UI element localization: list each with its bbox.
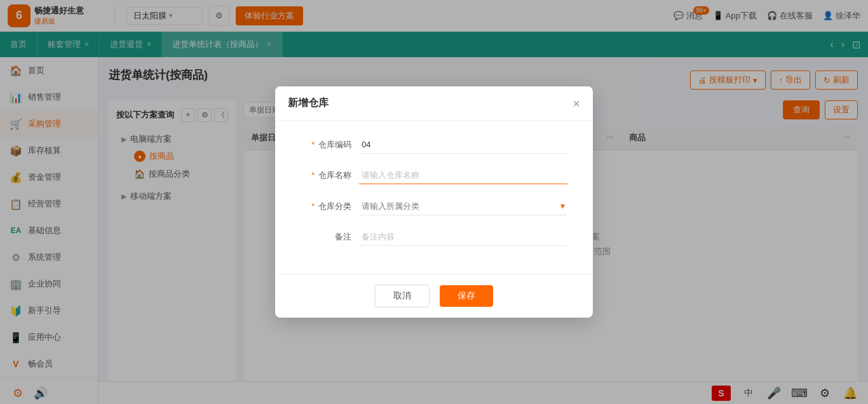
form-row-note: 备注 (301, 228, 567, 246)
form-row-name: * 仓库名称 (301, 166, 567, 184)
modal-header: 新增仓库 × (275, 86, 593, 121)
note-input[interactable] (359, 228, 567, 246)
modal-close-button[interactable]: × (573, 97, 580, 110)
note-label: 备注 (301, 231, 351, 243)
form-row-code: * 仓库编码 (301, 136, 567, 154)
modal-title: 新增仓库 (288, 97, 329, 110)
code-input[interactable] (359, 136, 567, 154)
cancel-button[interactable]: 取消 (375, 285, 430, 307)
name-label: * 仓库名称 (301, 170, 351, 181)
category-select[interactable]: ▾ (359, 197, 567, 215)
modal-overlay[interactable]: 新增仓库 × * 仓库编码 * 仓库名称 (0, 0, 868, 404)
code-label: * 仓库编码 (301, 139, 351, 151)
name-input[interactable] (359, 166, 567, 184)
category-input[interactable] (362, 201, 560, 211)
chevron-down-icon: ▾ (560, 201, 565, 211)
category-label: * 仓库分类 (301, 201, 351, 212)
new-warehouse-modal: 新增仓库 × * 仓库编码 * 仓库名称 (275, 86, 593, 318)
modal-body: * 仓库编码 * 仓库名称 * 仓库分类 (275, 121, 593, 274)
save-button[interactable]: 保存 (440, 285, 493, 307)
form-row-category: * 仓库分类 ▾ (301, 197, 567, 215)
modal-footer: 取消 保存 (275, 274, 593, 318)
